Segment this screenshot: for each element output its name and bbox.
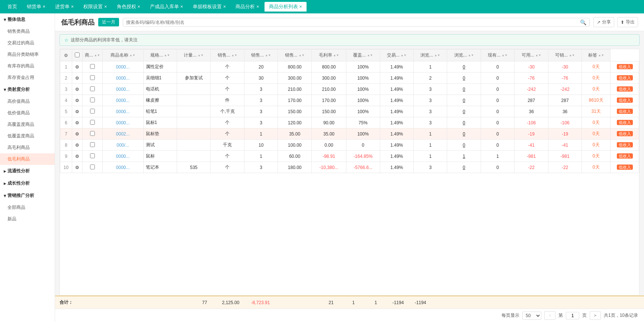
row-view1-9[interactable]: 1 (447, 151, 481, 162)
row-select-7[interactable] (90, 131, 95, 136)
data-table-container[interactable]: ⚙ 商...▲▼ 商品名称▲▼ 规格...▲▼ 计量...▲▼ 销售...▲▼ … (60, 49, 640, 296)
sidebar-item-new-products[interactable]: 新品 (0, 213, 55, 225)
time-filter-button[interactable]: 近一月 (98, 18, 119, 26)
row-settings-7[interactable]: ⚙ (72, 128, 83, 140)
sidebar-item-low-margin[interactable]: 低毛利商品 (0, 153, 55, 165)
row-select-2[interactable] (90, 75, 95, 80)
row-checkbox-3[interactable] (83, 84, 103, 95)
row-checkbox-9[interactable] (83, 151, 103, 162)
nav-sales[interactable]: 销货单 × (22, 2, 50, 12)
row-checkbox-5[interactable] (83, 106, 103, 117)
row-margin-2: 100% (346, 73, 380, 84)
nav-products[interactable]: 产成品入库单 × (145, 2, 188, 12)
nav-permissions[interactable]: 权限设置 × (79, 2, 111, 12)
row-view1-4[interactable]: 0 (447, 95, 481, 106)
row-view1-8[interactable]: 0 (447, 140, 481, 151)
row-checkbox-10[interactable] (83, 162, 103, 173)
nav-template[interactable]: 单据模板设置 × (188, 2, 230, 12)
page-size-select[interactable]: 50 100 200 (522, 312, 541, 320)
sidebar-item-stocked-products[interactable]: 有库存的商品 (0, 60, 55, 72)
row-checkbox-7[interactable] (83, 128, 103, 140)
sidebar-section-marketing[interactable]: ▾ 营销推广分析 (0, 189, 55, 202)
sidebar-item-all-products[interactable]: 全部商品 (0, 202, 55, 213)
row-select-8[interactable] (90, 142, 95, 147)
col-view2[interactable]: 浏览...▲▼ (447, 50, 481, 61)
col-code[interactable]: 商...▲▼ (83, 50, 103, 61)
row-settings-5[interactable]: ⚙ (72, 106, 83, 117)
col-unit[interactable]: 计量...▲▼ (177, 50, 211, 61)
row-view1-7[interactable]: 0 (447, 128, 481, 140)
sidebar-section-overall[interactable]: ▾ 整体信息 (0, 13, 55, 26)
col-settings[interactable]: ⚙ (60, 50, 72, 61)
col-price[interactable]: 销售...▲▼ (244, 50, 278, 61)
row-select-6[interactable] (90, 120, 95, 125)
sidebar-item-inventory-capital[interactable]: 库存资金占用 (0, 72, 55, 83)
search-input[interactable] (126, 20, 580, 25)
row-checkbox-6[interactable] (83, 117, 103, 128)
row-settings-1[interactable]: ⚙ (72, 61, 83, 73)
col-available[interactable]: 可用...▲▼ (515, 50, 548, 61)
search-icon[interactable]: 🔍 (580, 19, 586, 25)
nav-home[interactable]: 首页 (3, 2, 22, 12)
row-checkbox-2[interactable] (83, 73, 103, 84)
col-margin[interactable]: 毛利率▲▼ (311, 50, 346, 61)
row-select-5[interactable] (90, 109, 95, 114)
row-checkbox-8[interactable] (83, 140, 103, 151)
row-checkbox-1[interactable] (83, 61, 103, 73)
row-checkbox-4[interactable] (83, 95, 103, 106)
nav-roles[interactable]: 角色授权 × (112, 2, 145, 12)
nav-purchase[interactable]: 进货单 × (51, 2, 78, 12)
sidebar-item-sales-products[interactable]: 销售类商品 (0, 26, 55, 37)
row-settings-8[interactable]: ⚙ (72, 140, 83, 151)
row-select-1[interactable] (90, 64, 95, 69)
sidebar-item-high-value[interactable]: 高价值商品 (0, 96, 55, 107)
row-select-3[interactable] (90, 86, 95, 91)
export-button[interactable]: ⬆ 导出 (617, 17, 638, 27)
row-settings-9[interactable]: ⚙ (72, 151, 83, 162)
sidebar-item-high-coverage[interactable]: 高覆盖度商品 (0, 119, 55, 130)
next-page-button[interactable]: ＞ (590, 311, 601, 320)
row-select-9[interactable] (90, 153, 95, 158)
page-number-input[interactable] (566, 312, 579, 319)
col-spec[interactable]: 规格...▲▼ (143, 50, 177, 61)
row-view1-5[interactable]: 0 (447, 106, 481, 117)
select-all-checkbox[interactable] (75, 52, 80, 57)
row-settings-3[interactable]: ⚙ (72, 84, 83, 95)
row-settings-4[interactable]: ⚙ (72, 95, 83, 106)
col-coverage[interactable]: 覆盖...▲▼ (346, 50, 380, 61)
sidebar-item-low-coverage[interactable]: 低覆盖度商品 (0, 130, 55, 142)
col-sellable[interactable]: 可销...▲▼ (548, 50, 581, 61)
row-view1-3[interactable]: 0 (447, 84, 481, 95)
sidebar-item-traded-products[interactable]: 交易过的商品 (0, 37, 55, 49)
col-name[interactable]: 商品名称▲▼ (102, 50, 143, 61)
sidebar-item-low-value[interactable]: 低价值商品 (0, 107, 55, 119)
col-checkbox[interactable] (72, 50, 83, 61)
row-qty-4: 3 (244, 95, 278, 106)
row-no-8: 8 (60, 140, 72, 151)
sidebar-item-category-rate[interactable]: 商品分类助销率 (0, 49, 55, 60)
row-view1-10[interactable]: 0 (447, 162, 481, 173)
col-view1[interactable]: 浏览...▲▼ (414, 50, 447, 61)
row-view1-2[interactable]: 0 (447, 73, 481, 84)
col-tag[interactable]: 标签▲▼ (582, 50, 611, 61)
prev-page-button[interactable]: ＜ (544, 311, 555, 320)
row-settings-6[interactable]: ⚙ (72, 117, 83, 128)
col-amount[interactable]: 销售...▲▼ (278, 50, 311, 61)
row-select-10[interactable] (90, 165, 95, 169)
col-trade[interactable]: 交易...▲▼ (380, 50, 413, 61)
sidebar-section-analysis[interactable]: ▾ 类射度分析 (0, 83, 55, 96)
col-current[interactable]: 现有...▲▼ (481, 50, 514, 61)
nav-analysis[interactable]: 商品分析 × (231, 2, 263, 12)
sidebar-section-growth[interactable]: ▸ 成长性分析 (0, 177, 55, 189)
row-settings-2[interactable]: ⚙ (72, 73, 83, 84)
row-select-4[interactable] (90, 98, 95, 102)
sidebar-section-flow[interactable]: ▸ 流通性分析 (0, 165, 55, 177)
row-view1-6[interactable]: 0 (447, 117, 481, 128)
row-view1-1[interactable]: 0 (447, 61, 481, 73)
row-trade-2: 2 (414, 73, 447, 84)
share-button[interactable]: ↗ 分享 (593, 17, 614, 27)
nav-analysis-list[interactable]: 商品分析列表 × (265, 2, 307, 12)
sidebar-item-high-margin[interactable]: 高毛利商品 (0, 142, 55, 153)
col-qty[interactable]: 销售...▲▼ (211, 50, 244, 61)
row-settings-10[interactable]: ⚙ (72, 162, 83, 173)
